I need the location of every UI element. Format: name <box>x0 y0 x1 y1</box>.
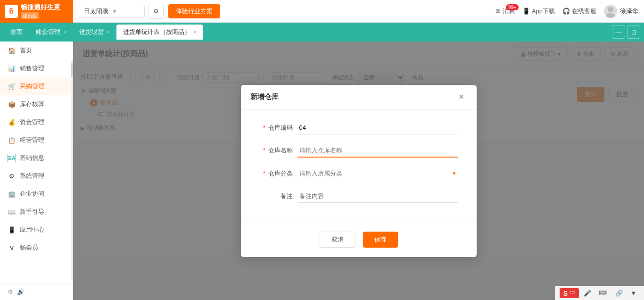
modal-header: 新增仓库 × <box>241 85 477 110</box>
enterprise-icon: 🏢 <box>8 190 16 198</box>
settings-button[interactable]: ⚙ <box>149 4 164 19</box>
message-icon: ✉ <box>495 8 501 15</box>
sidebar-item-inventory[interactable]: 📦 库存核算 <box>0 95 73 113</box>
tab-actions: — ⊡ <box>612 25 640 39</box>
sidebar-item-finance[interactable]: 💰 资金管理 <box>0 113 73 131</box>
tab-purchase-return-close[interactable]: × <box>107 29 109 35</box>
app-download-button[interactable]: 📱 App下载 <box>522 7 555 16</box>
link-button[interactable]: 🔗 <box>612 289 626 298</box>
user-avatar <box>604 5 617 18</box>
sidebar-item-system[interactable]: ⚙ 系统管理 <box>0 167 73 185</box>
sales-icon: 📊 <box>8 64 16 73</box>
sidebar-item-management[interactable]: 📋 经营管理 <box>0 131 73 149</box>
warehouse-category-label: * 仓库分类 <box>260 169 297 178</box>
vip-icon: V <box>8 243 16 252</box>
sidebar-item-home[interactable]: 🏠 首页 <box>0 42 73 59</box>
modal-title: 新增仓库 <box>250 92 279 101</box>
purchase-icon: 🛒 <box>8 82 16 91</box>
system-icon: ⚙ <box>8 172 16 180</box>
messages-button[interactable]: ✉ 消息 99+ <box>495 7 515 16</box>
sidebar-settings-icon[interactable]: ⚙ <box>8 288 13 295</box>
messages-badge: 99+ <box>506 4 519 10</box>
form-row-warehouse-code: * 仓库编码 <box>260 121 458 134</box>
status-bar: S 中 🎤 ⌨ 🔗 ▼ <box>555 286 644 300</box>
management-icon: 📋 <box>8 136 16 144</box>
sidebar-item-vip[interactable]: V 畅会员 <box>0 239 73 257</box>
logo-text: 畅捷通好生意 捷员版 <box>21 3 60 20</box>
required-star: * <box>263 124 265 131</box>
sidebar-item-guide[interactable]: 📖 新手引导 <box>0 203 73 221</box>
tab-purchase-stats-close[interactable]: × <box>193 29 196 35</box>
guide-icon: 📖 <box>8 208 16 216</box>
mobile-icon: 📱 <box>522 8 530 15</box>
s-logo: S <box>563 290 568 297</box>
modal-overlay: 新增仓库 × * 仓库编码 <box>73 42 644 300</box>
tab-accounts-close[interactable]: × <box>63 29 66 35</box>
basic-info-icon: EA <box>8 154 16 162</box>
main-layout: 🏠 首页 📊 销售管理 🛒 采购管理 📦 库存核算 💰 资金管理 📋 经营管理 … <box>0 42 644 300</box>
home-icon: 🏠 <box>8 46 16 55</box>
sidebar-item-app-center[interactable]: 📱 应用中心 <box>0 221 73 239</box>
cancel-button[interactable]: 取消 <box>320 232 355 248</box>
required-star-name: * <box>263 147 265 154</box>
warehouse-code-label: * 仓库编码 <box>260 124 297 132</box>
tab-home[interactable]: 首页 <box>4 25 29 40</box>
sidebar-item-basic-info[interactable]: EA 基础信息 <box>0 149 73 167</box>
user-area[interactable]: 徐泽华 <box>604 5 638 18</box>
app-center-icon: 📱 <box>8 225 16 234</box>
store-dropdown-arrow: ▾ <box>113 8 140 15</box>
tab-maximize-button[interactable]: ⊡ <box>627 25 640 39</box>
required-star-category: * <box>263 170 265 177</box>
top-header: 6 畅捷通好生意 捷员版 日太阳膜 ▾ ⚙ 体验行业方案 ✉ 消息 99+ 📱 … <box>0 0 644 23</box>
svg-point-1 <box>606 13 615 18</box>
modal-close-button[interactable]: × <box>456 92 467 103</box>
sidebar-item-sales[interactable]: 📊 销售管理 <box>0 59 73 77</box>
nav-tabs: 首页 账套管理 × 进货退货 × 进货单统计表（按商品） × — ⊡ <box>0 23 644 42</box>
keyboard-button[interactable]: ⌨ <box>596 289 611 298</box>
sidebar-scrollbar <box>71 60 73 281</box>
online-service-button[interactable]: 🎧 在线客服 <box>562 7 596 16</box>
svg-point-0 <box>608 7 613 12</box>
store-selector[interactable]: 日太阳膜 ▾ <box>79 5 145 18</box>
form-row-remark: 备注 <box>260 190 458 203</box>
logo-area: 6 畅捷通好生意 捷员版 <box>0 0 73 23</box>
tab-purchase-return[interactable]: 进货退货 × <box>73 25 116 40</box>
status-logo: S 中 <box>560 288 579 298</box>
sidebar: 🏠 首页 📊 销售管理 🛒 采购管理 📦 库存核算 💰 资金管理 📋 经营管理 … <box>0 42 73 300</box>
save-button[interactable]: 保存 <box>363 232 398 248</box>
modal-add-warehouse: 新增仓库 × * 仓库编码 <box>241 85 477 257</box>
content-area: 进货单统计(按商品) 🖨 按模板打印 ▾ ⬆ 导出 ↻ 刷新 <box>73 42 644 300</box>
form-row-warehouse-category: * 仓库分类 ▾ <box>260 167 458 180</box>
tab-purchase-stats[interactable]: 进货单统计表（按商品） × <box>116 25 203 40</box>
tab-minimize-button[interactable]: — <box>612 25 625 39</box>
remark-label: 备注 <box>260 192 297 200</box>
status-zh: 中 <box>570 289 575 297</box>
inventory-icon: 📦 <box>8 100 16 108</box>
dropdown-button[interactable]: ▼ <box>627 289 639 298</box>
logo-icon: 6 <box>5 5 18 18</box>
sidebar-volume-icon[interactable]: 🔊 <box>17 288 25 295</box>
modal-body: * 仓库编码 * 仓库名称 <box>241 110 477 224</box>
headset-icon: 🎧 <box>562 8 570 15</box>
mic-button[interactable]: 🎤 <box>581 289 594 298</box>
warehouse-category-select-wrapper: ▾ <box>297 167 458 180</box>
category-dropdown-arrow[interactable]: ▾ <box>453 170 456 177</box>
warehouse-name-input[interactable] <box>297 144 458 158</box>
sidebar-item-enterprise[interactable]: 🏢 企业协同 <box>0 185 73 203</box>
trial-button[interactable]: 体验行业方案 <box>168 4 220 18</box>
remark-input[interactable] <box>297 190 458 203</box>
header-right: ✉ 消息 99+ 📱 App下载 🎧 在线客服 徐泽华 <box>495 5 638 18</box>
warehouse-category-input[interactable] <box>299 170 453 177</box>
sidebar-scroll-thumb <box>71 63 73 77</box>
warehouse-name-label: * 仓库名称 <box>260 146 297 155</box>
warehouse-code-input[interactable] <box>297 121 458 134</box>
username-label: 徐泽华 <box>620 7 638 16</box>
sidebar-bottom: ⚙ 🔊 <box>0 283 73 300</box>
form-row-warehouse-name: * 仓库名称 <box>260 144 458 158</box>
modal-footer: 取消 保存 <box>241 224 477 257</box>
finance-icon: 💰 <box>8 118 16 126</box>
tab-accounts[interactable]: 账套管理 × <box>29 25 73 40</box>
sidebar-item-purchase[interactable]: 🛒 采购管理 <box>0 77 73 95</box>
